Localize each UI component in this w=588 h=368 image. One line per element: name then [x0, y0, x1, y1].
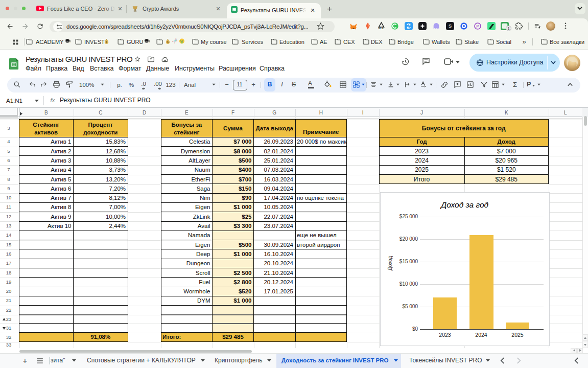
svg-text:S: S: [449, 24, 452, 29]
svg-text:P: P: [476, 24, 479, 29]
